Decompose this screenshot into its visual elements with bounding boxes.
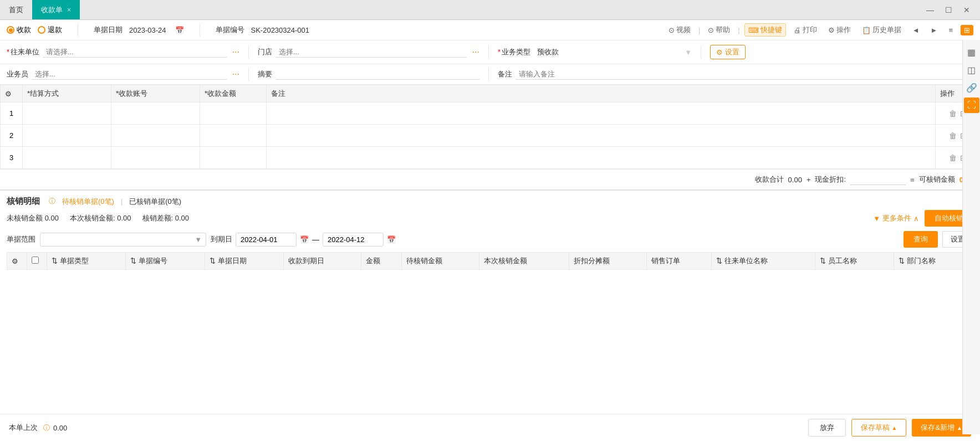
radio-receive-label: 收款	[17, 25, 31, 35]
radio-refund-dot	[38, 26, 45, 34]
layout-btn2[interactable]: ►	[927, 25, 941, 35]
sidebar-icon-doc[interactable]: ◫	[964, 62, 979, 78]
operation-btn[interactable]: ⚙ 操作	[825, 24, 854, 36]
row-account-3[interactable]	[111, 147, 200, 169]
counterpart-label: *往来单位	[7, 47, 39, 57]
row-account-1[interactable]	[111, 102, 200, 125]
form-row2: 业务员 ··· 摘要 备注	[0, 64, 980, 85]
store-input[interactable]	[275, 47, 467, 58]
radio-group: 收款 退款	[7, 25, 62, 35]
calendar-icon-to[interactable]: 📅	[387, 235, 396, 244]
close-btn[interactable]: ✕	[960, 4, 973, 16]
remark-input[interactable]	[515, 69, 973, 80]
row-settle-1[interactable]	[23, 102, 111, 125]
sidebar-icon-expand[interactable]: ⛶	[964, 98, 979, 113]
row-amount-2[interactable]	[200, 125, 267, 147]
col-amount-header: *收款金额	[200, 85, 267, 102]
gear-header-icon[interactable]: ⚙	[5, 90, 12, 98]
pending-tab[interactable]: 待核销单据(0笔)	[62, 197, 114, 207]
restore-btn[interactable]: ☐	[942, 4, 956, 16]
col-gear[interactable]: ⚙	[1, 85, 23, 102]
summary-input[interactable]	[275, 69, 479, 80]
history-btn[interactable]: 📋 历史单据	[859, 24, 905, 36]
business-type-field: *业务类型 预收款 ▼	[498, 47, 692, 57]
radio-receive[interactable]: 收款	[7, 25, 31, 35]
delete-icon-1[interactable]: 🗑	[949, 109, 957, 118]
calendar-icon-from[interactable]: 📅	[300, 235, 309, 244]
discard-btn[interactable]: 放弃	[808, 419, 846, 437]
row-settle-2[interactable]	[23, 125, 111, 147]
row-settle-3[interactable]	[23, 147, 111, 169]
store-field: 门店 ···	[258, 47, 479, 58]
verify-header: 核销明细 ⓘ 待核销单据(0笔) | 已核销单据(0笔)	[7, 196, 973, 207]
select-all-checkbox[interactable]	[32, 257, 39, 264]
row-num-2: 2	[1, 125, 23, 147]
draft-btn[interactable]: 保存草稿 ▲	[851, 419, 907, 437]
date-field: 到期日 📅 — 📅	[211, 233, 396, 247]
filter-row: 单据范围 ▼ 到期日 📅 — 📅 查询 设置	[7, 231, 973, 248]
col-gear-bottom[interactable]: ⚙	[7, 253, 27, 270]
shortcut-btn[interactable]: ⌨ 快捷键	[744, 23, 786, 37]
radio-refund-label: 退款	[48, 25, 62, 35]
staff-input[interactable]	[32, 69, 227, 80]
diff-stat: 核销差额: 0.00	[142, 213, 190, 223]
date-icon[interactable]: 📅	[175, 26, 184, 34]
date-value[interactable]: 2023-03-24	[129, 26, 166, 34]
counterpart-field: *往来单位 ···	[7, 47, 239, 58]
row-remark-3[interactable]	[267, 147, 936, 169]
current-stat: 本次核销金额: 0.00	[70, 213, 131, 223]
query-btn[interactable]: 查询	[904, 231, 938, 248]
col-account-header: *收款账号	[111, 85, 200, 102]
done-tab[interactable]: 已核销单据(0笔)	[129, 197, 181, 207]
verify-info-icon[interactable]: ⓘ	[49, 197, 55, 206]
number-label: 单据编号	[216, 25, 244, 35]
delete-icon-2[interactable]: 🗑	[949, 131, 957, 140]
layout-btn3[interactable]: ≡	[945, 25, 956, 35]
layout-btn1[interactable]: ◄	[909, 25, 923, 35]
history-icon: 📋	[862, 26, 871, 34]
form-row1: *往来单位 ··· 门店 ··· *业务类型 预收款 ▼ ⚙ 设置	[0, 40, 980, 64]
row-amount-3[interactable]	[200, 147, 267, 169]
radio-refund[interactable]: 退款	[38, 25, 62, 35]
minimize-btn[interactable]: —	[923, 4, 937, 16]
sidebar-icon-link[interactable]: 🔗	[964, 80, 979, 95]
sidebar-icon-table[interactable]: ▦	[964, 44, 979, 60]
row-remark-1[interactable]	[267, 102, 936, 125]
summary-row: 收款合计 0.00 + 现金折扣: = 可核销金额 0.00	[0, 169, 980, 191]
tab-bar: 首页 收款单 × — ☐ ✕	[0, 0, 980, 20]
counterpart-input[interactable]	[43, 47, 227, 58]
tab-home-label: 首页	[9, 5, 23, 15]
col-counterpart: ⇅ 往来单位名称	[712, 253, 815, 270]
row-amount-1[interactable]	[200, 102, 267, 125]
col-remark-header: 备注	[267, 85, 936, 102]
col-pending: 待核销金额	[402, 253, 479, 270]
scope-select[interactable]	[40, 233, 206, 247]
tab-home[interactable]: 首页	[0, 0, 32, 19]
date-from-input[interactable]	[236, 233, 297, 247]
tab-close-icon[interactable]: ×	[67, 6, 71, 14]
print-btn[interactable]: 🖨 打印	[790, 24, 820, 36]
more-filter-btn[interactable]: ▼ 更多条件 ∧	[873, 213, 919, 223]
help-icon: ⊙	[708, 26, 714, 34]
store-more-icon[interactable]: ···	[472, 47, 479, 57]
discount-input[interactable]	[850, 174, 906, 185]
setting-button[interactable]: ⚙ 设置	[710, 45, 746, 59]
video-btn[interactable]: ⊙ 视频	[665, 24, 694, 36]
tab-receipt[interactable]: 收款单 ×	[32, 0, 80, 19]
business-type-chevron[interactable]: ▼	[685, 48, 692, 57]
date-to-input[interactable]	[323, 233, 384, 247]
bottom-table-wrapper: ⚙ ⇅ 单据类型 ⇅ 单据编号 ⇅	[7, 252, 973, 408]
row-account-2[interactable]	[111, 125, 200, 147]
layout-btn4[interactable]: ⊞	[961, 25, 973, 35]
shortcut-icon: ⌨	[748, 26, 759, 34]
toolbar-divider2	[200, 23, 200, 37]
business-type-label: *业务类型	[498, 47, 530, 57]
scope-select-wrapper: ▼	[40, 233, 206, 247]
row-remark-2[interactable]	[267, 125, 936, 147]
staff-more-icon[interactable]: ···	[232, 69, 239, 79]
row-num-1: 1	[1, 102, 23, 125]
help-btn[interactable]: ⊙ 帮助	[705, 24, 733, 36]
delete-icon-3[interactable]: 🗑	[949, 153, 957, 162]
bottom-info-icon[interactable]: ⓘ	[43, 423, 50, 433]
counterpart-more-icon[interactable]: ···	[232, 47, 239, 57]
